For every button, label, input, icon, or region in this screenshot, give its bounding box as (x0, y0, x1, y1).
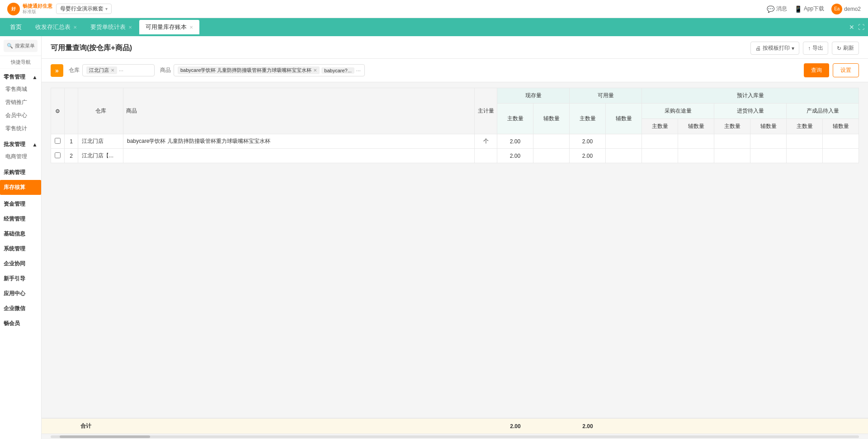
refresh-icon: ↻ (837, 45, 841, 52)
scrollbar-thumb[interactable] (60, 435, 150, 438)
tab-available-close[interactable]: ✕ (189, 25, 193, 30)
th-incoming-main: 主数量 (714, 119, 750, 134)
filter-bar: » 仓库 江北门店 ✕ ··· 商品 babycare学饮杯 儿童防摔防撞吸管杯… (42, 59, 868, 82)
sidebar-item-retail-stats[interactable]: 零售统计 (0, 122, 41, 135)
sidebar-section-finance: 资金管理 (0, 196, 41, 211)
sidebar-finance-header[interactable]: 资金管理 (0, 197, 41, 210)
warehouse-tag-text: 江北门店 (89, 67, 109, 74)
search-menu-label: 搜索菜单 (15, 42, 35, 49)
app-icon: 📱 (794, 5, 802, 13)
row-check-0[interactable] (51, 134, 65, 149)
th-purchase-in-main: 主数量 (642, 119, 678, 134)
row-checkbox-1[interactable] (55, 152, 61, 158)
sidebar-operation-header[interactable]: 经营管理 (0, 212, 41, 225)
sidebar-newbie-header[interactable]: 新手引导 (0, 271, 41, 284)
row-check-1[interactable] (51, 149, 65, 163)
page-actions: 🖨 按模板打印 ▾ ↑ 导出 ↻ 刷新 (750, 42, 859, 55)
filter-toggle-button[interactable]: » (51, 64, 63, 77)
sidebar-wholesale-header[interactable]: 批发管理 ▲ (0, 137, 41, 150)
table-footer: 合计 2.00 2.00 (42, 418, 868, 434)
sidebar-app-center-header[interactable]: 应用中心 (0, 286, 41, 299)
th-available-group: 可用量 (570, 88, 642, 104)
app-download-button[interactable]: 📱 App下载 (794, 5, 824, 13)
warehouse-tag-remove[interactable]: ✕ (111, 68, 114, 73)
print-chevron-icon: ▾ (792, 45, 794, 52)
row-production-sub-0 (823, 134, 859, 149)
close-window-icon[interactable]: ✕ (849, 24, 854, 31)
row-warehouse-0: 江北门店 (78, 134, 123, 149)
print-button[interactable]: 🖨 按模板打印 ▾ (750, 42, 799, 55)
row-available-sub-1 (606, 149, 642, 163)
row-index-1: 2 (65, 149, 78, 163)
warehouse-more-icon[interactable]: ··· (119, 67, 123, 74)
tab-order-stat-close[interactable]: ✕ (128, 25, 132, 30)
sidebar-purchase-header[interactable]: 采购管理 (0, 165, 41, 178)
sidebar-item-ecommerce[interactable]: 电商管理 (0, 150, 41, 163)
settings-button[interactable]: 设置 (833, 63, 859, 77)
bottom-scrollbar[interactable] (42, 434, 868, 439)
sidebar-basic-header[interactable]: 基础信息 (0, 227, 41, 240)
export-button[interactable]: ↑ 导出 (803, 42, 828, 55)
sidebar-item-quick-nav[interactable]: 快捷导航 (0, 56, 41, 69)
scrollbar-track (51, 435, 859, 438)
sidebar-retail-header[interactable]: 零售管理 ▲ (0, 70, 41, 83)
row-product-1 (123, 149, 475, 163)
refresh-button[interactable]: ↻ 刷新 (832, 42, 859, 55)
sidebar-search-area: 🔍 搜索菜单 (0, 36, 41, 56)
sidebar-section-wechat: 企业微信 (0, 300, 41, 315)
th-production-sub: 辅数量 (823, 119, 859, 134)
sidebar-member-label: 畅会员 (4, 320, 20, 327)
sidebar-section-operation: 经营管理 (0, 211, 41, 226)
product-tag-2: babycare?... (321, 67, 354, 74)
user-profile[interactable]: Ea demo2 (831, 4, 861, 14)
sidebar-wholesale-expand-icon: ▲ (32, 142, 38, 148)
sidebar-section-system: 系统管理 (0, 241, 41, 255)
tab-order-stat[interactable]: 要货单统计表 ✕ (84, 20, 138, 34)
th-index (65, 88, 78, 134)
message-button[interactable]: 💬 消息 (767, 5, 787, 13)
sidebar-purchase-label: 采购管理 (4, 169, 25, 176)
sidebar-item-members[interactable]: 会员中心 (0, 109, 41, 122)
message-label: 消息 (776, 5, 787, 13)
sidebar-member-header[interactable]: 畅会员 (0, 316, 41, 329)
table-row: 1 江北门店 babycare学饮杯 儿童防摔防撞吸管杯重力球吸嘴杯宝宝水杯 个… (51, 134, 859, 149)
row-checkbox-0[interactable] (55, 138, 61, 144)
search-menu-button[interactable]: 🔍 搜索菜单 (4, 40, 38, 52)
sidebar-system-header[interactable]: 系统管理 (0, 241, 41, 255)
th-current-sub: 辅数量 (533, 104, 570, 134)
tab-receive[interactable]: 收发存汇总表 ✕ (29, 20, 83, 34)
arrow-right-icon: » (55, 67, 59, 74)
warehouse-tag: 江北门店 ✕ (86, 66, 117, 74)
tab-order-stat-label: 要货单统计表 (90, 23, 126, 31)
row-product-0: babycare学饮杯 儿童防摔防撞吸管杯重力球吸嘴杯宝宝水杯 (123, 134, 475, 149)
company-selector[interactable]: 母婴行业演示账套 ▾ (56, 4, 112, 14)
table-container[interactable]: ⚙ 仓库 商品 主计量 现存量 可用量 预计入库量 主数量 辅数量 主数量 (42, 82, 868, 418)
query-button[interactable]: 查询 (804, 63, 829, 77)
tab-home[interactable]: 首页 (4, 20, 28, 34)
top-bar-left: 好 畅捷通好生意 标准版 母婴行业演示账套 ▾ (7, 3, 112, 15)
th-available-sub: 辅数量 (606, 104, 642, 134)
total-row: 合计 2.00 2.00 (51, 422, 859, 430)
product-input[interactable]: babycare学饮杯 儿童防摔防撞吸管杯重力球吸嘴杯宝宝水杯 ✕ babyca… (174, 64, 365, 76)
sidebar-inventory-header[interactable]: 库存核算 (0, 180, 41, 195)
top-bar-right: 💬 消息 📱 App下载 Ea demo2 (767, 4, 861, 14)
nav-right-controls: ✕ ⛶ (849, 24, 864, 31)
sidebar-item-marketing[interactable]: 营销推广 (0, 96, 41, 109)
sidebar-item-retail-mall[interactable]: 零售商城 (0, 83, 41, 96)
warehouse-label: 仓库 (69, 66, 80, 74)
warehouse-input[interactable]: 江北门店 ✕ ··· (82, 64, 155, 76)
logo-sub: 标准版 (23, 9, 52, 14)
sidebar-wechat-header[interactable]: 企业微信 (0, 301, 41, 314)
row-purchase-in-main-1 (642, 149, 678, 163)
product-filter-group: 商品 babycare学饮杯 儿童防摔防撞吸管杯重力球吸嘴杯宝宝水杯 ✕ bab… (160, 64, 365, 76)
tab-receive-close[interactable]: ✕ (73, 25, 77, 30)
product-tag-1-remove[interactable]: ✕ (313, 68, 317, 73)
sidebar-section-wholesale: 批发管理 ▲ 电商管理 (0, 136, 41, 164)
maximize-icon[interactable]: ⛶ (858, 24, 864, 31)
product-more-icon[interactable]: ··· (356, 67, 361, 74)
username: demo2 (844, 6, 861, 12)
sidebar-inventory-label: 库存核算 (4, 184, 25, 191)
tab-available[interactable]: 可用量库存账本 ✕ (139, 20, 199, 34)
th-settings[interactable]: ⚙ (51, 88, 65, 134)
sidebar-enterprise-header[interactable]: 企业协同 (0, 256, 41, 269)
